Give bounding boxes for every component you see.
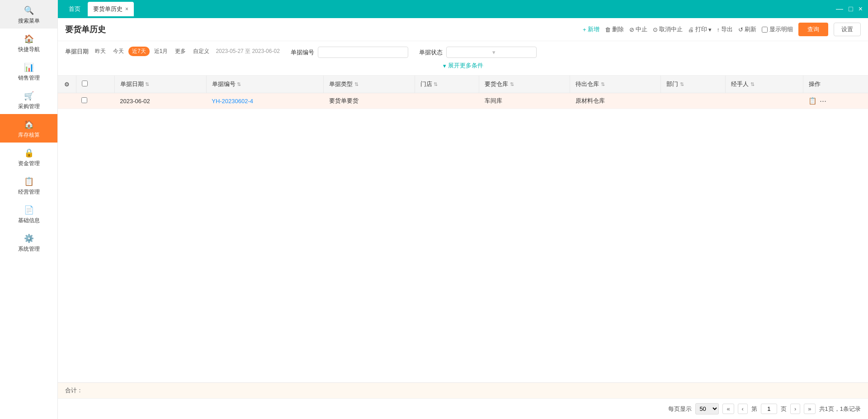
status-select[interactable]: ▾ xyxy=(446,47,537,58)
inventory-icon: 🏠 xyxy=(24,119,34,129)
date-option-yesterday[interactable]: 昨天 xyxy=(92,47,108,56)
tab-home[interactable]: 首页 xyxy=(63,2,86,16)
delete-button[interactable]: 🗑 删除 xyxy=(605,25,624,33)
data-table: ⚙ 单据日期 ⇅ 单据编号 ⇅ 单据类型 xyxy=(58,76,868,109)
chart-icon: 📊 xyxy=(24,62,34,72)
add-button[interactable]: + 新增 xyxy=(583,25,599,33)
page-label-suffix: 页 xyxy=(781,405,787,413)
sidebar-item-label: 资金管理 xyxy=(18,160,40,167)
table-row[interactable]: 2023-06-02 YH-20230602-4 要货单要货 车间库 原材料仓库… xyxy=(58,93,868,109)
sidebar: 🔍 搜索菜单 🏠 快捷导航 📊 销售管理 🛒 采购管理 🏠 库存核算 🔒 资金管… xyxy=(0,0,58,419)
date-option-custom[interactable]: 自定义 xyxy=(190,47,212,56)
sidebar-item-label: 销售管理 xyxy=(18,74,40,82)
tab-active[interactable]: 要货单历史 × xyxy=(88,2,134,16)
bill-no-link[interactable]: YH-20230602-4 xyxy=(212,98,253,105)
print-dropdown-icon: ▾ xyxy=(708,26,712,33)
date-option-7days[interactable]: 近7天 xyxy=(128,47,150,56)
print-button[interactable]: 🖨 打印 ▾ xyxy=(688,25,712,33)
row-edit-icon[interactable]: 📋 xyxy=(808,97,817,105)
cancel-stop-label: 取消中止 xyxy=(659,25,683,33)
sidebar-item-quick-nav[interactable]: 🏠 快捷导航 xyxy=(0,29,57,57)
th-settings[interactable]: ⚙ xyxy=(58,76,76,93)
td-checkbox xyxy=(76,93,114,109)
select-all-checkbox[interactable] xyxy=(82,81,88,86)
th-bill-no[interactable]: 单据编号 ⇅ xyxy=(206,76,324,93)
first-page-btn[interactable]: « xyxy=(722,404,734,414)
cart-icon: 🛒 xyxy=(24,91,34,101)
th-checkbox xyxy=(76,76,114,93)
next-page-btn[interactable]: › xyxy=(790,404,800,414)
export-button[interactable]: ↑ 导出 xyxy=(717,25,733,33)
sidebar-item-system[interactable]: ⚙️ 系统管理 xyxy=(0,228,57,257)
page-size-select[interactable]: 50 10 20 100 xyxy=(695,403,719,414)
td-store xyxy=(415,93,479,109)
tab-active-label: 要货单历史 xyxy=(93,5,123,13)
sidebar-item-purchase[interactable]: 🛒 采购管理 xyxy=(0,86,57,114)
page-number-input[interactable] xyxy=(761,404,777,414)
total-info: 共1页，1条记录 xyxy=(819,405,861,413)
td-settings xyxy=(58,93,76,109)
sort-icon: ⇅ xyxy=(145,81,149,87)
show-detail-input[interactable] xyxy=(762,27,768,33)
th-pending-warehouse[interactable]: 待出仓库 ⇅ xyxy=(570,76,661,93)
sidebar-item-search[interactable]: 🔍 搜索菜单 xyxy=(0,0,57,29)
maximize-icon[interactable]: □ xyxy=(849,5,853,13)
th-department[interactable]: 部门 ⇅ xyxy=(661,76,726,93)
td-actions: 📋 ⋯ xyxy=(803,93,868,109)
page-title: 要货单历史 xyxy=(65,24,579,35)
sidebar-item-inventory[interactable]: 🏠 库存核算 xyxy=(0,114,57,143)
th-handler[interactable]: 经手人 ⇅ xyxy=(726,76,803,93)
table-header-row: ⚙ 单据日期 ⇅ 单据编号 ⇅ 单据类型 xyxy=(58,76,868,93)
prev-page-btn[interactable]: ‹ xyxy=(738,404,748,414)
sort-icon: ⇅ xyxy=(680,81,684,87)
sidebar-item-label: 经营管理 xyxy=(18,188,40,196)
add-icon: + xyxy=(583,26,586,33)
th-date[interactable]: 单据日期 ⇅ xyxy=(114,76,206,93)
minimize-icon[interactable]: — xyxy=(836,5,843,13)
header-actions: + 新增 🗑 删除 ⊘ 中止 ⊙ 取消中止 🖨 打印 xyxy=(583,23,861,36)
bill-no-input[interactable] xyxy=(318,47,408,58)
cancel-stop-button[interactable]: ⊙ 取消中止 xyxy=(653,25,683,33)
date-option-1month[interactable]: 近1月 xyxy=(151,47,171,56)
status-filter-group: 单据状态 ▾ xyxy=(419,47,537,58)
sidebar-item-label: 采购管理 xyxy=(18,103,40,110)
sort-icon: ⇅ xyxy=(354,81,359,87)
th-req-warehouse[interactable]: 要货仓库 ⇅ xyxy=(479,76,570,93)
td-bill-no: YH-20230602-4 xyxy=(206,93,324,109)
date-filter-group: 单据日期 昨天 今天 近7天 近1月 更多 自定义 2023-05-27 至 2… xyxy=(65,47,280,56)
stop-button[interactable]: ⊘ 中止 xyxy=(629,25,647,33)
search-icon: 🔍 xyxy=(24,5,34,15)
row-checkbox[interactable] xyxy=(81,97,87,103)
sidebar-item-finance[interactable]: 🔒 资金管理 xyxy=(0,143,57,171)
delete-label: 删除 xyxy=(612,25,624,33)
sidebar-item-sales[interactable]: 📊 销售管理 xyxy=(0,57,57,86)
sort-icon: ⇅ xyxy=(750,81,755,87)
tab-close-icon[interactable]: × xyxy=(125,6,128,12)
print-label: 打印 xyxy=(695,25,707,33)
sidebar-item-label: 快捷导航 xyxy=(18,46,40,53)
th-department-label: 部门 xyxy=(666,81,678,87)
expand-icon: ▾ xyxy=(443,62,446,69)
refresh-icon: ↺ xyxy=(738,26,743,33)
sort-icon: ⇅ xyxy=(237,81,241,87)
last-page-btn[interactable]: » xyxy=(804,404,815,414)
setting-button[interactable]: 设置 xyxy=(834,23,861,36)
expand-more-btn[interactable]: ▾ 展开更多条件 xyxy=(65,62,861,70)
close-window-icon[interactable]: × xyxy=(859,5,863,13)
sidebar-item-base-info[interactable]: 📄 基础信息 xyxy=(0,200,57,228)
refresh-button[interactable]: ↺ 刷新 xyxy=(738,25,756,33)
query-button[interactable]: 查询 xyxy=(798,23,828,36)
th-bill-type[interactable]: 单据类型 ⇅ xyxy=(324,76,415,93)
show-detail-label: 显示明细 xyxy=(769,25,793,33)
show-detail-checkbox[interactable]: 显示明细 xyxy=(762,25,793,33)
export-icon: ↑ xyxy=(717,26,720,33)
page-label-prefix: 第 xyxy=(751,405,757,413)
row-more-icon[interactable]: ⋯ xyxy=(820,97,826,105)
th-date-label: 单据日期 xyxy=(120,81,144,87)
sidebar-item-operations[interactable]: 📋 经营管理 xyxy=(0,171,57,200)
sidebar-item-label: 基础信息 xyxy=(18,217,40,224)
th-store[interactable]: 门店 ⇅ xyxy=(415,76,479,93)
th-req-warehouse-label: 要货仓库 xyxy=(485,81,508,87)
date-option-more[interactable]: 更多 xyxy=(172,47,189,56)
date-option-today[interactable]: 今天 xyxy=(110,47,127,56)
